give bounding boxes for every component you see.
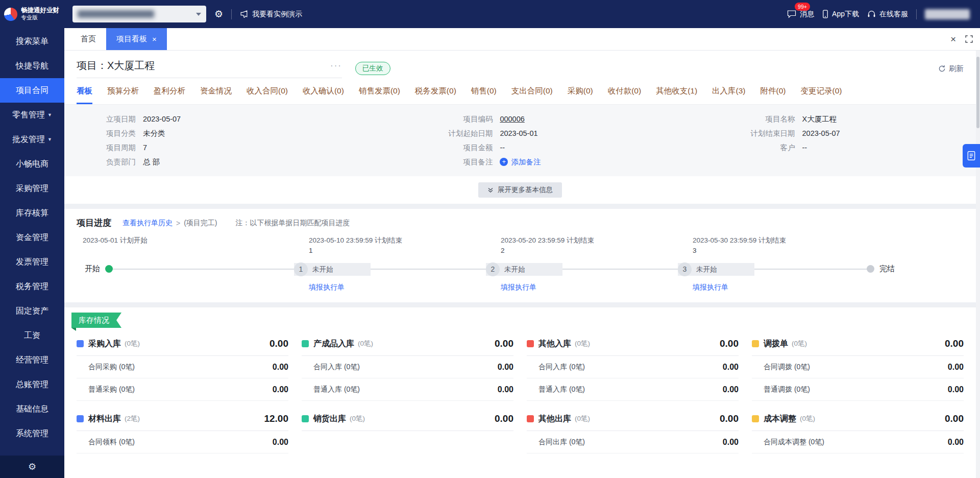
inventory-subrow: 合同入库 (0笔) 0.00 bbox=[527, 356, 739, 378]
info-row: 项目编码 000006 bbox=[403, 112, 718, 126]
detail-tab[interactable]: 资金情况 bbox=[200, 78, 232, 104]
detail-tabs: 看板 预算分析 盈利分析 资金情况 收入合同(0) bbox=[64, 78, 976, 105]
section-title: 项目进度 bbox=[77, 217, 111, 229]
detail-tab[interactable]: 看板 bbox=[77, 78, 92, 104]
user-account-blurred[interactable] bbox=[925, 9, 970, 19]
detail-tab[interactable]: 税务发票(0) bbox=[415, 78, 456, 104]
app-download-button[interactable]: App下载 bbox=[822, 10, 859, 19]
detail-tab[interactable]: 盈利分析 bbox=[154, 78, 185, 104]
info-value: 7 bbox=[143, 144, 147, 152]
page-tab[interactable]: 项目看板 × bbox=[106, 28, 167, 50]
brand-name: 畅捷通好业财 bbox=[21, 7, 59, 14]
category-color-icon bbox=[77, 340, 84, 347]
sidebar-item-label: 固定资产 bbox=[16, 306, 48, 317]
fullscreen-icon[interactable] bbox=[965, 35, 973, 43]
sidebar-item[interactable]: 发票管理 ▼ bbox=[0, 250, 64, 274]
info-row: 计划起始日期 2023-05-01 bbox=[403, 126, 718, 140]
scrollbar-thumb[interactable] bbox=[976, 57, 979, 128]
detail-tab-label: 看板 bbox=[77, 86, 92, 97]
sidebar-item-label: 税务管理 bbox=[16, 281, 48, 292]
inventory-card: 采购入库 (0笔) 0.00 合同采购 (0笔) 0.00 bbox=[77, 338, 288, 401]
expand-more-info-button[interactable]: 展开更多基本信息 bbox=[478, 182, 562, 198]
sidebar-item[interactable]: 经营管理 ▼ bbox=[0, 348, 64, 372]
inventory-card-title: 其他入库 bbox=[538, 339, 571, 349]
detail-tab[interactable]: 其他收支(1) bbox=[656, 78, 697, 104]
sidebar-item[interactable]: 快捷导航 ▼ bbox=[0, 54, 64, 78]
sidebar-item[interactable]: 零售管理 ▼ bbox=[0, 103, 64, 127]
info-value: 2023-05-07 bbox=[802, 129, 840, 137]
fill-execution-order-link[interactable]: 填报执行单 bbox=[693, 283, 728, 292]
demo-link[interactable]: 我要看实例演示 bbox=[240, 10, 302, 19]
sidebar-item-label: 工资 bbox=[24, 330, 40, 341]
info-row: 项目周期 7 bbox=[69, 140, 403, 155]
detail-tab[interactable]: 销售(0) bbox=[471, 78, 497, 104]
detail-tab[interactable]: 附件(0) bbox=[761, 78, 786, 104]
detail-tab[interactable]: 采购(0) bbox=[568, 78, 593, 104]
sidebar-item[interactable]: 搜索菜单 ▼ bbox=[0, 29, 64, 54]
execution-history-link[interactable]: 查看执行单历史 bbox=[122, 219, 173, 228]
sidebar-item[interactable]: 资金管理 ▼ bbox=[0, 225, 64, 250]
sidebar-item-label: 搜索菜单 bbox=[16, 36, 48, 47]
sidebar-item-label: 系统管理 bbox=[16, 428, 48, 439]
sidebar-item[interactable]: 工资 ▼ bbox=[0, 323, 64, 348]
info-value[interactable]: 000006 bbox=[500, 115, 524, 123]
settings-gear-icon[interactable]: ⚙ bbox=[214, 8, 223, 20]
detail-tab[interactable]: 出入库(3) bbox=[712, 78, 745, 104]
inventory-card-title: 采购入库 bbox=[88, 339, 121, 349]
info-label: 项目金额 bbox=[403, 143, 493, 153]
content-scroll-area: 项目：X大厦工程 ··· 已生效 刷新 看板 预算分析 bbox=[64, 51, 976, 478]
detail-tab[interactable]: 预算分析 bbox=[107, 78, 139, 104]
more-actions-button[interactable]: ··· bbox=[330, 61, 342, 71]
detail-tab-label: 资金情况 bbox=[200, 86, 232, 97]
info-label: 负责部门 bbox=[69, 157, 136, 167]
inventory-subrow: 普通采购 (0笔) 0.00 bbox=[77, 378, 288, 401]
inventory-subrow-label: 合同成本调整 (0笔) bbox=[764, 438, 824, 447]
sidebar-item[interactable]: 小畅电商 ▼ bbox=[0, 152, 64, 176]
close-all-tabs-icon[interactable]: × bbox=[950, 34, 956, 44]
refresh-button[interactable]: 刷新 bbox=[938, 64, 964, 74]
online-support-button[interactable]: 在线客服 bbox=[867, 10, 908, 19]
milestone-number-icon: 1 bbox=[294, 262, 308, 276]
detail-tab[interactable]: 支出合同(0) bbox=[511, 78, 553, 104]
sidebar-item[interactable]: 税务管理 ▼ bbox=[0, 274, 64, 299]
detail-tab[interactable]: 变更记录(0) bbox=[800, 78, 842, 104]
settings-gear-icon[interactable]: ⚙ bbox=[28, 461, 36, 472]
info-value[interactable]: 添加备注 bbox=[500, 157, 541, 167]
sidebar-item[interactable]: 固定资产 ▼ bbox=[0, 299, 64, 323]
info-value: 2023-05-01 bbox=[500, 129, 537, 137]
sidebar-item[interactable]: 总账管理 ▼ bbox=[0, 372, 64, 397]
sidebar-item-label: 批发管理 bbox=[12, 134, 45, 145]
chevron-down-icon: ▼ bbox=[47, 112, 52, 117]
info-label: 项目名称 bbox=[719, 114, 795, 124]
close-icon[interactable]: × bbox=[152, 35, 157, 43]
sidebar-item[interactable]: 基础信息 ▼ bbox=[0, 397, 64, 421]
sidebar-item[interactable]: 库存核算 ▼ bbox=[0, 201, 64, 225]
fill-execution-order-link[interactable]: 填报执行单 bbox=[501, 283, 536, 292]
inventory-subrow-value: 0.00 bbox=[273, 438, 288, 447]
sidebar-item[interactable]: 项目合同 ▼ bbox=[0, 78, 64, 103]
sidebar-item[interactable]: 批发管理 ▼ bbox=[0, 127, 64, 152]
detail-tab-label: 出入库(3) bbox=[712, 86, 745, 97]
sidebar-item[interactable]: 系统管理 ▼ bbox=[0, 421, 64, 446]
inventory-subrow-value: 0.00 bbox=[498, 385, 513, 394]
inventory-card: 销货出库 (0笔) 0.00 bbox=[302, 413, 513, 431]
sidebar-item-label: 零售管理 bbox=[12, 110, 45, 121]
inventory-card-header: 材料出库 (2笔) 12.00 bbox=[77, 413, 288, 431]
category-color-icon bbox=[527, 415, 534, 422]
sidebar-item-label: 快捷导航 bbox=[16, 61, 48, 71]
page-tab[interactable]: 首页 × bbox=[70, 28, 106, 50]
detail-tab[interactable]: 收入合同(0) bbox=[247, 78, 288, 104]
messages-button[interactable]: 消息 99+ bbox=[787, 10, 814, 19]
org-select[interactable] bbox=[72, 6, 206, 22]
project-timeline: 2023-05-01 计划开始 开始 完结 2023-05-10 23:59:5… bbox=[77, 233, 964, 300]
status-badge: 已生效 bbox=[355, 62, 390, 75]
fill-execution-order-link[interactable]: 填报执行单 bbox=[309, 283, 345, 292]
detail-tab[interactable]: 销售发票(0) bbox=[359, 78, 400, 104]
detail-tab[interactable]: 收入确认(0) bbox=[303, 78, 344, 104]
detail-tab-label: 预算分析 bbox=[107, 86, 139, 97]
milestone-number-icon: 2 bbox=[486, 262, 500, 276]
sidebar-item[interactable]: 采购管理 ▼ bbox=[0, 176, 64, 201]
info-row: 立项日期 2023-05-07 bbox=[69, 112, 403, 126]
quick-entry-button[interactable] bbox=[963, 144, 980, 168]
detail-tab[interactable]: 收付款(0) bbox=[608, 78, 641, 104]
